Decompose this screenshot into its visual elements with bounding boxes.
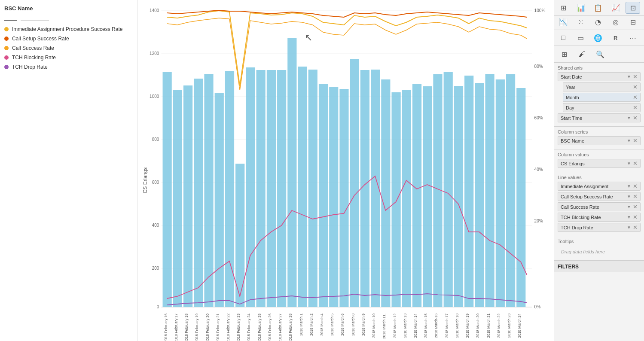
- icon-more[interactable]: ⋯: [626, 32, 640, 44]
- month-remove[interactable]: ✕: [633, 94, 638, 100]
- icon-r-visual[interactable]: R: [608, 32, 623, 44]
- bsc-remove[interactable]: ✕: [633, 138, 638, 143]
- svg-text:1400: 1400: [150, 8, 159, 13]
- call-success-rate-chip[interactable]: Call Success Rate ▼ ✕: [558, 202, 641, 211]
- legend-label-call-setup: Call Setup Success Rate: [12, 36, 69, 42]
- month-chip[interactable]: Month ✕: [563, 93, 641, 102]
- legend-title: BSC Name: [4, 5, 133, 12]
- svg-text:2018 March 14: 2018 March 14: [413, 314, 418, 338]
- start-time-arrow: ▼: [627, 116, 631, 120]
- svg-rect-40: [350, 59, 359, 307]
- ia-arrow: ▼: [627, 184, 631, 189]
- svg-rect-55: [506, 74, 515, 307]
- column-series-section: Column series BSC Name ▼ ✕: [554, 127, 644, 149]
- icon-kpi[interactable]: □: [556, 32, 571, 44]
- svg-text:2018 February 26: 2018 February 26: [268, 314, 272, 341]
- icon-format[interactable]: 🖌: [574, 48, 590, 61]
- year-label: Year: [566, 85, 575, 90]
- icon-stacked-bar[interactable]: 📋: [591, 2, 605, 14]
- call-setup-chip[interactable]: Call Setup Success Rate ▼ ✕: [558, 192, 641, 201]
- icon-table-grid[interactable]: ⊞: [556, 2, 571, 14]
- tooltips-label: Tooltips: [558, 239, 641, 244]
- icon-pie[interactable]: ◔: [591, 16, 605, 28]
- svg-rect-30: [246, 67, 255, 307]
- svg-text:2018 March 11.: 2018 March 11.: [382, 314, 386, 339]
- legend-dot-tch-drop: [4, 65, 9, 69]
- svg-rect-46: [412, 84, 421, 307]
- toolbar-row-1: ⊞ 📊 📋 📈 ⊡: [554, 0, 644, 16]
- cs-erlangs-chip[interactable]: CS Erlangs ▼ ✕: [558, 159, 641, 168]
- day-chip[interactable]: Day ✕: [563, 103, 641, 112]
- immediate-assignment-chip[interactable]: Immediate Assignment ▼ ✕: [558, 182, 641, 191]
- icon-scatter[interactable]: ⁙: [574, 16, 588, 28]
- legend-label-tch-drop: TCH Drop Rate: [12, 64, 48, 70]
- svg-rect-47: [423, 86, 432, 307]
- svg-rect-38: [329, 87, 338, 307]
- tch-d-remove[interactable]: ✕: [633, 225, 638, 230]
- legend-call-success: Call Success Rate: [4, 45, 133, 51]
- svg-text:800: 800: [152, 137, 159, 142]
- svg-rect-51: [464, 76, 473, 307]
- year-chip[interactable]: Year ✕: [563, 82, 641, 91]
- line-values-label: Line values: [558, 175, 641, 180]
- svg-text:600: 600: [152, 180, 159, 185]
- icon-map[interactable]: 🌐: [591, 32, 605, 44]
- svg-text:80%: 80%: [534, 64, 543, 69]
- svg-rect-26: [204, 74, 213, 307]
- icon-combo-active active[interactable]: ⊡: [626, 2, 640, 14]
- chart-area: CS Erlangs 1400 1200 1000 800 600 400 20…: [137, 0, 554, 341]
- tch-drop-field-label: TCH Drop Rate: [561, 225, 593, 230]
- svg-text:2018 February 23: 2018 February 23: [236, 314, 241, 341]
- legend-tch-blocking: TCH Blocking Rate: [4, 55, 133, 61]
- bsc-name-chip[interactable]: BSC Name ▼ ✕: [558, 136, 641, 145]
- svg-text:2018 February 21: 2018 February 21: [216, 314, 220, 341]
- tch-d-arrow: ▼: [627, 225, 631, 230]
- cssr-remove[interactable]: ✕: [633, 194, 638, 199]
- filters-header: FILTERS: [554, 261, 644, 272]
- month-label: Month: [566, 95, 579, 100]
- svg-text:1200: 1200: [150, 51, 159, 56]
- svg-text:2018 March 4: 2018 March 4: [320, 314, 324, 336]
- icon-donut[interactable]: ◎: [608, 16, 623, 28]
- svg-rect-32: [267, 70, 276, 307]
- icon-card[interactable]: ▭: [574, 32, 588, 44]
- icon-analytics[interactable]: 🔍: [592, 48, 608, 61]
- tch-blocking-chip[interactable]: TCH Blocking Rate ▼ ✕: [558, 213, 641, 222]
- icon-treemap[interactable]: ⊟: [626, 16, 640, 28]
- start-date-chip[interactable]: Start Date ▼ ✕: [558, 72, 641, 81]
- start-time-chip[interactable]: Start Time ▼ ✕: [558, 113, 641, 122]
- immediate-assignment-line: [167, 11, 527, 86]
- svg-text:2018 February 17: 2018 February 17: [174, 314, 178, 341]
- svg-text:2018 March 12: 2018 March 12: [393, 314, 397, 338]
- svg-text:0%: 0%: [534, 304, 541, 309]
- cs-remove[interactable]: ✕: [633, 161, 638, 166]
- start-time-remove[interactable]: ✕: [633, 115, 638, 121]
- csr-remove[interactable]: ✕: [633, 204, 638, 210]
- svg-text:2018 February 20: 2018 February 20: [205, 314, 210, 341]
- icon-area[interactable]: 📉: [556, 16, 571, 28]
- ia-remove[interactable]: ✕: [633, 183, 638, 189]
- start-date-remove[interactable]: ✕: [633, 74, 638, 79]
- icon-bar-chart[interactable]: 📊: [574, 2, 588, 14]
- toolbar-row-4: ⊞ 🖌 🔍: [554, 46, 644, 63]
- tch-drop-chip[interactable]: TCH Drop Rate ▼ ✕: [558, 223, 641, 232]
- tch-b-arrow: ▼: [627, 215, 631, 219]
- bsc-name-label: BSC Name: [561, 138, 584, 143]
- icon-fields[interactable]: ⊞: [556, 48, 572, 61]
- call-success-rate-label: Call Success Rate: [561, 204, 599, 210]
- svg-rect-23: [173, 90, 182, 307]
- svg-text:2018 March 10: 2018 March 10: [372, 314, 376, 338]
- legend-dot-immediate: [4, 27, 9, 31]
- tch-b-remove[interactable]: ✕: [633, 214, 638, 220]
- tooltips-section: Tooltips Drag data fields here: [554, 236, 644, 261]
- day-remove[interactable]: ✕: [633, 105, 638, 110]
- svg-text:2018 February 22: 2018 February 22: [226, 314, 230, 341]
- svg-rect-37: [319, 84, 328, 307]
- icon-line-chart[interactable]: 📈: [608, 2, 623, 14]
- svg-rect-50: [454, 86, 463, 307]
- svg-text:2018 February 24: 2018 February 24: [247, 314, 251, 341]
- year-remove[interactable]: ✕: [633, 84, 638, 90]
- svg-rect-36: [308, 70, 317, 307]
- column-values-section: Column values CS Erlangs ▼ ✕: [554, 149, 644, 172]
- legend-immediate-assignment: Immediate Assignment Procedure Success R…: [4, 26, 133, 32]
